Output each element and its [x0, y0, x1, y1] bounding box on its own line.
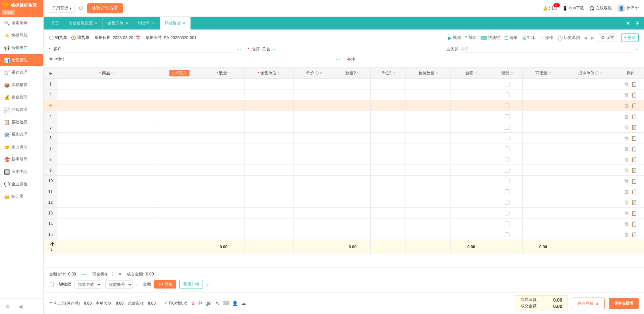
- cell-amount-14[interactable]: [450, 218, 492, 229]
- sort-icon-pkg[interactable]: ⇅: [435, 71, 438, 75]
- gift-checkbox-6[interactable]: [505, 136, 509, 140]
- delete-row-btn-1[interactable]: 🗑: [623, 81, 629, 87]
- print-btn[interactable]: 🖨 打印: [522, 35, 535, 41]
- save-new-button[interactable]: 保存&新增: [609, 298, 639, 309]
- copy-row-btn-9[interactable]: 📋: [631, 167, 638, 174]
- tab-close-icon[interactable]: ×: [152, 20, 155, 26]
- cell-product-11[interactable]: [57, 186, 156, 197]
- settings-bottom-btn[interactable]: ⚙: [3, 301, 13, 311]
- tab-home[interactable]: 首页: [46, 17, 64, 29]
- cell-qty2-8[interactable]: [335, 154, 371, 165]
- gift-checkbox-3[interactable]: [505, 103, 509, 108]
- cell-amount-12[interactable]: [450, 197, 492, 208]
- cell-qty-10[interactable]: [203, 176, 244, 186]
- scan-button[interactable]: 扫码录入: [169, 70, 190, 76]
- cell-amount-2[interactable]: [450, 89, 492, 100]
- cell-unit2-14[interactable]: [370, 218, 406, 229]
- cell-unit2-8[interactable]: [370, 154, 406, 165]
- sidebar-item-basic[interactable]: 📋 基础信息: [0, 116, 43, 128]
- cell-qty2-12[interactable]: [335, 197, 371, 208]
- customer-dots[interactable]: ···: [236, 46, 241, 52]
- cell-price-3[interactable]: [293, 100, 335, 111]
- cell-available-11[interactable]: [523, 186, 564, 197]
- info-icon-price[interactable]: ⓘ: [315, 71, 319, 76]
- radio-return[interactable]: 退货单: [71, 35, 89, 41]
- cell-price-8[interactable]: [293, 154, 335, 165]
- radio-sales[interactable]: 销货单: [49, 35, 67, 41]
- sidebar-item-newbie[interactable]: 🎯 新手引导: [0, 153, 43, 166]
- cell-cost-12[interactable]: [564, 197, 617, 208]
- cell-pkg-2[interactable]: [406, 89, 451, 100]
- cell-product-14[interactable]: [57, 218, 156, 229]
- shortcuts-btn[interactable]: ⌨ 快捷键: [480, 35, 500, 41]
- cell-product-13[interactable]: [57, 208, 156, 218]
- cell-pkg-7[interactable]: [406, 143, 451, 154]
- cell-unit-14[interactable]: [244, 218, 293, 229]
- delete-row-btn-4[interactable]: 🗑: [623, 113, 629, 120]
- cell-qty2-7[interactable]: [335, 143, 371, 154]
- sort-icon-qty[interactable]: ⇅: [228, 71, 231, 75]
- delete-row-btn-9[interactable]: 🗑: [623, 167, 629, 174]
- cell-pkg-13[interactable]: [406, 208, 451, 218]
- cell-product-9[interactable]: [57, 165, 156, 176]
- cell-product-3[interactable]: [57, 100, 156, 111]
- delete-row-btn-10[interactable]: 🗑: [623, 178, 629, 184]
- cell-pkg-3[interactable]: [406, 100, 451, 111]
- cell-cost-5[interactable]: [564, 122, 617, 133]
- cell-qty-15[interactable]: [203, 229, 244, 240]
- cell-unit2-15[interactable]: [370, 229, 406, 240]
- customer-input[interactable]: [63, 45, 235, 53]
- copy-row-btn-2[interactable]: 📋: [631, 91, 638, 98]
- online-service-btn[interactable]: 🎧 在线客服: [589, 5, 612, 11]
- cell-qty-14[interactable]: [203, 218, 244, 229]
- help-btn[interactable]: ? 帮助: [465, 35, 477, 41]
- sort-icon-avail[interactable]: ⇅: [548, 71, 551, 75]
- cell-qty-2[interactable]: [203, 89, 244, 100]
- delete-row-btn-13[interactable]: 🗑: [623, 210, 629, 216]
- cell-unit-3[interactable]: [244, 100, 293, 111]
- cell-cost-4[interactable]: [564, 111, 617, 122]
- cell-qty2-3[interactable]: [335, 100, 371, 111]
- cell-pkg-12[interactable]: [406, 197, 451, 208]
- sort-icon-amount[interactable]: ⇅: [474, 71, 477, 75]
- cell-available-9[interactable]: [523, 165, 564, 176]
- cell-price-10[interactable]: [293, 176, 335, 186]
- info-icon-cost[interactable]: ⓘ: [595, 71, 599, 76]
- cell-amount-3[interactable]: [450, 100, 492, 111]
- sort-icon[interactable]: ⇅: [111, 71, 114, 75]
- gift-checkbox-13[interactable]: [505, 211, 509, 215]
- cell-gift-13[interactable]: [492, 208, 522, 218]
- cell-gift-10[interactable]: [492, 176, 522, 186]
- cell-qty2-5[interactable]: [335, 122, 371, 133]
- cell-available-3[interactable]: [523, 100, 564, 111]
- cell-unit2-7[interactable]: [370, 143, 406, 154]
- cell-pkg-5[interactable]: [406, 122, 451, 133]
- tab-sales-order[interactable]: 销售订单 ×: [103, 17, 133, 29]
- cell-product-1[interactable]: [57, 79, 156, 89]
- cell-qty2-11[interactable]: [335, 186, 371, 197]
- sidebar-item-system[interactable]: ⚙️ 系统管理: [0, 128, 43, 141]
- gift-checkbox-2[interactable]: [505, 92, 509, 97]
- add-row-icon[interactable]: ＋: [48, 102, 54, 109]
- cell-qty-7[interactable]: [203, 143, 244, 154]
- one-click-checkbox[interactable]: 一键收款: [49, 281, 71, 287]
- close-tab-btn[interactable]: ✕: [624, 19, 632, 27]
- cell-qty-12[interactable]: [203, 197, 244, 208]
- trial-button[interactable]: 体验行业方案: [87, 3, 123, 13]
- cell-product-10[interactable]: [57, 176, 156, 186]
- cell-unit-9[interactable]: [244, 165, 293, 176]
- delete-row-btn-12[interactable]: 🗑: [623, 199, 629, 206]
- ime-icon-1[interactable]: 中: [197, 300, 203, 307]
- cell-qty-8[interactable]: [203, 154, 244, 165]
- delete-row-btn-5[interactable]: 🗑: [623, 124, 629, 131]
- cell-unit-4[interactable]: [244, 111, 293, 122]
- cell-unit-10[interactable]: [244, 176, 293, 186]
- cell-pkg-1[interactable]: [406, 79, 451, 89]
- account-dots[interactable]: ···: [136, 282, 140, 287]
- gift-checkbox-4[interactable]: [505, 114, 509, 119]
- cell-price-9[interactable]: [293, 165, 335, 176]
- fee-split-button[interactable]: 费用分摊: [179, 280, 203, 289]
- tab-close-icon[interactable]: ×: [125, 20, 128, 26]
- cell-price-15[interactable]: [293, 229, 335, 240]
- cell-available-12[interactable]: [523, 197, 564, 208]
